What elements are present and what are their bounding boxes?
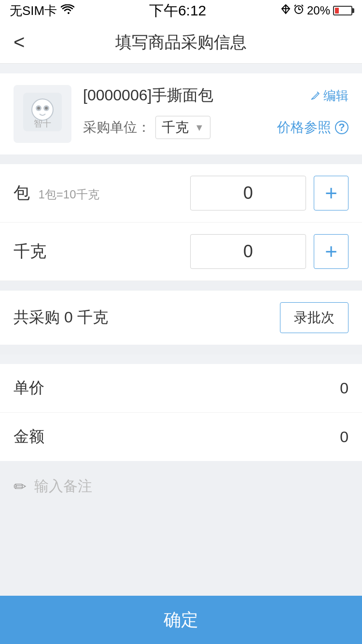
battery-icon (333, 6, 352, 15)
status-bar: 无SIM卡 下午6:12 (0, 0, 362, 21)
batch-button[interactable]: 录批次 (280, 302, 348, 333)
edit-label: 编辑 (323, 87, 348, 104)
total-quantity: 0 (64, 308, 73, 326)
total-text: 共采购 0 千克 (14, 307, 108, 328)
wifi-icon (61, 3, 74, 18)
price-ref-label: 价格参照 (277, 118, 331, 137)
divider-3 (0, 345, 362, 354)
status-right: 20% (281, 4, 352, 17)
pack-label: 包 1包=10千克 (14, 182, 99, 204)
kg-plus-button[interactable]: + (314, 234, 348, 269)
battery-percent: 20% (307, 4, 330, 17)
product-image: 智十 (14, 85, 71, 143)
status-time: 下午6:12 (149, 1, 206, 21)
edit-button[interactable]: 编辑 (310, 87, 348, 104)
price-section: 单价 0 金额 0 (0, 364, 362, 461)
product-card: 智十 [0000006]手撕面包 编辑 采购单位： 千克 ▼ (0, 73, 362, 154)
price-ref-button[interactable]: 价格参照 ? (277, 118, 348, 137)
kg-input-row: 千克 0 + (0, 223, 362, 281)
unit-price-value: 0 (340, 379, 348, 397)
pack-sublabel: 1包=10千克 (38, 188, 99, 201)
purchase-unit-row: 采购单位： 千克 ▼ 价格参照 ? (83, 116, 348, 139)
page-title: 填写商品采购信息 (115, 31, 247, 54)
unit-price-label: 单价 (14, 378, 44, 399)
product-name-row: [0000006]手撕面包 编辑 (83, 85, 348, 106)
amount-value: 0 (340, 428, 348, 446)
product-info: [0000006]手撕面包 编辑 采购单位： 千克 ▼ 价格参照 ? (83, 85, 348, 139)
unit-price-row: 单价 0 (0, 364, 362, 413)
status-left: 无SIM卡 (10, 2, 74, 19)
product-thumbnail: 智十 (23, 93, 62, 135)
remark-section[interactable]: ✏ 输入备注 (0, 461, 362, 512)
svg-point-7 (37, 107, 40, 110)
location-icon (281, 4, 291, 17)
remark-placeholder: 输入备注 (34, 476, 92, 496)
svg-point-4 (32, 99, 53, 120)
svg-text:智十: 智十 (34, 119, 51, 128)
purchase-unit-label: 采购单位： (83, 118, 151, 137)
kg-input[interactable]: 0 (190, 234, 306, 269)
input-section: 包 1包=10千克 0 + 千克 0 + (0, 164, 362, 281)
back-button[interactable]: < (14, 31, 25, 53)
unit-value: 千克 (162, 118, 189, 137)
total-row: 共采购 0 千克 录批次 (0, 291, 362, 345)
help-icon: ? (335, 121, 348, 134)
pack-input-row: 包 1包=10千克 0 + (0, 164, 362, 223)
unit-select[interactable]: 千克 ▼ (155, 116, 210, 139)
nav-bar: < 填写商品采购信息 (0, 21, 362, 64)
pack-plus-button[interactable]: + (314, 176, 348, 210)
pencil-icon: ✏ (14, 477, 27, 496)
pack-input[interactable]: 0 (190, 176, 306, 210)
product-full-name: [0000006]手撕面包 (83, 85, 213, 106)
kg-label: 千克 (14, 240, 52, 263)
pack-input-wrap: 0 + (99, 176, 348, 210)
total-unit: 千克 (77, 308, 108, 326)
carrier-label: 无SIM卡 (10, 2, 57, 19)
amount-label: 金额 (14, 426, 44, 448)
alarm-icon (293, 4, 304, 17)
kg-input-wrap: 0 + (52, 234, 348, 269)
confirm-button[interactable]: 确定 (164, 608, 198, 632)
dropdown-arrow-icon: ▼ (195, 122, 204, 133)
svg-point-8 (45, 107, 48, 110)
divider-2 (0, 281, 362, 291)
divider-1 (0, 154, 362, 164)
confirm-bar[interactable]: 确定 (0, 596, 362, 644)
amount-row: 金额 0 (0, 413, 362, 461)
